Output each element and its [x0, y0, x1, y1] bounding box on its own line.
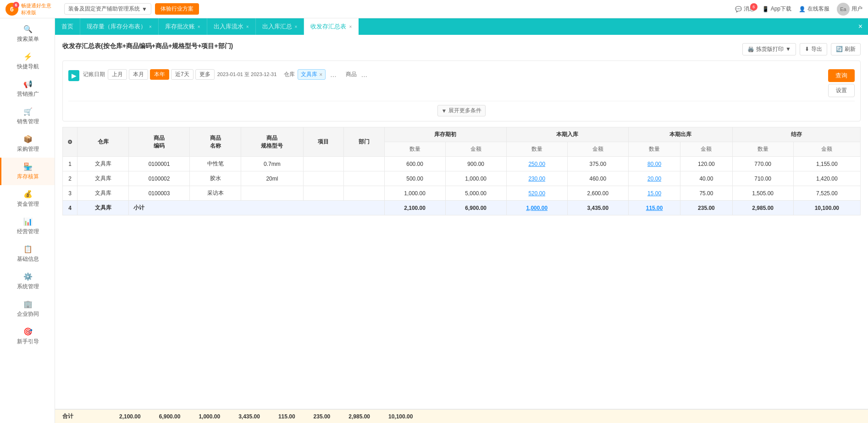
- row3-out-qty[interactable]: 15.00: [628, 186, 680, 201]
- tab-close-batch-account[interactable]: ×: [198, 24, 200, 29]
- date-btn-more[interactable]: 更多: [195, 69, 215, 80]
- print-btn[interactable]: 🖨️ 拣货版打印 ▼: [742, 43, 796, 55]
- sidebar-item-inventory[interactable]: 🏪 库存核算: [0, 158, 55, 185]
- col-gear-header: ⚙: [63, 127, 77, 157]
- row3-name: 采访本: [190, 186, 241, 201]
- settings-btn[interactable]: 设置: [828, 84, 855, 97]
- sidebar-item-search[interactable]: 🔍 搜索菜单: [0, 20, 55, 48]
- col-open-qty-header: 数量: [384, 142, 445, 157]
- tab-close-inout-flow[interactable]: ×: [246, 24, 249, 29]
- tab-close-inout-summary[interactable]: ×: [295, 24, 298, 29]
- refresh-icon: 🔄: [836, 46, 843, 52]
- row3-in-amt: 2,600.00: [567, 186, 628, 201]
- warehouse-tag[interactable]: 文具库 ×: [298, 69, 326, 80]
- service-icon: 👤: [799, 6, 806, 12]
- subtotal-in-qty[interactable]: 1,000.00: [506, 201, 567, 215]
- col-open-header: 库存期初: [384, 127, 506, 142]
- sidebar-item-purchase[interactable]: 📦 采购管理: [0, 130, 55, 158]
- row2-in-qty[interactable]: 230.00: [506, 171, 567, 186]
- sidebar-item-marketing[interactable]: 📢 营销推广: [0, 75, 55, 103]
- search-icon: 🔍: [23, 25, 33, 33]
- tab-home[interactable]: 首页: [55, 18, 80, 35]
- tab-inout-flow[interactable]: 出入库流水 ×: [207, 18, 256, 35]
- sidebar-item-basic-info[interactable]: 📋 基础信息: [0, 240, 55, 268]
- sales-icon: 🛒: [23, 107, 33, 116]
- row1-out-qty[interactable]: 80.00: [628, 157, 680, 171]
- online-service-btn[interactable]: 👤 在线客服: [799, 5, 829, 13]
- total-open-amt: 6,900.00: [150, 413, 190, 420]
- warehouse-tag-close[interactable]: ×: [319, 71, 322, 78]
- tab-close-stock-dist[interactable]: ×: [149, 24, 152, 29]
- content-area: 首页 现存量（库存分布表） × 库存批次账 × 出入库流水 × 出入库汇总 × …: [55, 18, 868, 423]
- total-in-qty: 1,000.00: [189, 413, 229, 420]
- expand-more-row: ▼ 展开更多条件: [68, 105, 855, 116]
- row3-bal-amt: 7,525.00: [793, 186, 860, 201]
- download-icon: 📱: [762, 6, 769, 12]
- warehouse-filter-group: 仓库 文具库 × ...: [284, 69, 338, 80]
- tab-bar-close[interactable]: ×: [853, 22, 868, 31]
- goods-dots[interactable]: ...: [359, 71, 369, 79]
- sidebar-item-operations[interactable]: 📊 经营管理: [0, 213, 55, 240]
- row3-out-amt: 75.00: [680, 186, 732, 201]
- page-header-actions: 🖨️ 拣货版打印 ▼ ⬇ 导出 🔄 刷新: [742, 43, 861, 55]
- row1-name: 中性笔: [190, 157, 241, 171]
- table-wrapper: ⚙ 仓库 商品编码 商品名称 商品规格型号 项目 部门 库存期初 本期入库 本期…: [62, 127, 861, 215]
- subtotal-bal-amt: 10,100.00: [793, 201, 860, 215]
- subtotal-row: 4 文具库 小计 2,100.00 6,900.00 1,000.00 3,43…: [63, 201, 861, 215]
- total-spacer: [83, 413, 110, 420]
- total-out-amt: 235.00: [304, 413, 340, 420]
- sidebar-item-enterprise[interactable]: 🏢 企业协同: [0, 295, 55, 323]
- query-btn[interactable]: 查询: [828, 69, 855, 82]
- sidebar-item-finance[interactable]: 💰 资金管理: [0, 185, 55, 213]
- subtotal-name: 小计: [129, 201, 385, 215]
- tab-close-receipt-summary[interactable]: ×: [349, 24, 352, 29]
- user-btn[interactable]: Ea 用户: [837, 3, 862, 16]
- date-label: 记账日期: [83, 71, 105, 78]
- total-in-amt: 3,435.00: [229, 413, 269, 420]
- inventory-icon: 🏪: [23, 162, 33, 171]
- bottom-bar: 合计 2,100.00 6,900.00 1,000.00 3,435.00 1…: [55, 409, 868, 423]
- sidebar-item-quick-nav[interactable]: ⚡ 快捷导航: [0, 48, 55, 75]
- row1-in-amt: 375.00: [567, 157, 628, 171]
- try-btn[interactable]: 体验行业方案: [155, 3, 199, 15]
- col-out-header: 本期出库: [628, 127, 732, 142]
- col-spec-header: 商品规格型号: [241, 127, 304, 157]
- total-open-qty: 2,100.00: [110, 413, 150, 420]
- system-title[interactable]: 装备及固定资产辅助管理系统 ▼: [64, 3, 151, 15]
- refresh-btn[interactable]: 🔄 刷新: [831, 43, 861, 55]
- date-btn-curr-year[interactable]: 本年: [150, 69, 169, 80]
- collapse-btn[interactable]: ▶: [68, 70, 79, 81]
- subtotal-out-qty[interactable]: 115.00: [628, 201, 680, 215]
- row3-open-qty: 1,000.00: [384, 186, 445, 201]
- col-name-header: 商品名称: [190, 127, 241, 157]
- tab-inout-summary[interactable]: 出入库汇总 ×: [256, 18, 304, 35]
- row2-out-qty[interactable]: 20.00: [628, 171, 680, 186]
- col-in-qty-header: 数量: [506, 142, 567, 157]
- tab-batch-account[interactable]: 库存批次账 ×: [159, 18, 207, 35]
- col-open-amt-header: 金额: [445, 142, 506, 157]
- warehouse-dots[interactable]: ...: [328, 71, 338, 79]
- export-btn[interactable]: ⬇ 导出: [800, 43, 827, 55]
- row1-open-amt: 900.00: [445, 157, 506, 171]
- sidebar-item-system[interactable]: ⚙️ 系统管理: [0, 268, 55, 295]
- row3-in-qty[interactable]: 520.00: [506, 186, 567, 201]
- basic-info-icon: 📋: [23, 245, 33, 253]
- message-btn[interactable]: 💬 消息 6: [735, 5, 755, 13]
- date-buttons: 上月 本月 本年 近7天 更多: [108, 69, 215, 80]
- sidebar-item-guide[interactable]: 🎯 新手引导: [0, 323, 55, 350]
- total-table: 2,100.00 6,900.00 1,000.00 3,435.00 115.…: [83, 413, 422, 420]
- col-bal-qty-header: 数量: [732, 142, 793, 157]
- row2-spec: 20ml: [241, 171, 304, 186]
- date-btn-curr-month[interactable]: 本月: [129, 69, 148, 80]
- query-area: 查询 设置: [828, 69, 855, 97]
- app-download-btn[interactable]: 📱 App下载: [762, 5, 791, 13]
- expand-more-btn[interactable]: ▼ 展开更多条件: [437, 105, 486, 116]
- sidebar-item-sales[interactable]: 🛒 销售管理: [0, 103, 55, 130]
- row1-in-qty[interactable]: 250.00: [506, 157, 567, 171]
- date-btn-prev-month[interactable]: 上月: [108, 69, 127, 80]
- row2-dept: [344, 171, 384, 186]
- tab-receipt-summary[interactable]: 收发存汇总表 ×: [304, 18, 359, 35]
- tab-stock-dist[interactable]: 现存量（库存分布表） ×: [80, 18, 159, 35]
- row1-out-amt: 120.00: [680, 157, 732, 171]
- date-btn-7days[interactable]: 近7天: [171, 69, 194, 80]
